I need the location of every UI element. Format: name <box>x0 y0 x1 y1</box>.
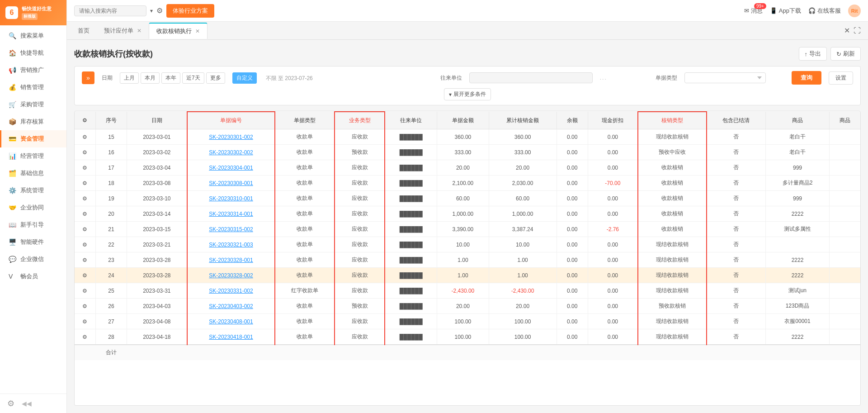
cell-unit: ██████ <box>385 268 437 283</box>
row-settings-icon[interactable]: ⚙ <box>82 303 87 309</box>
date-btn-近7天[interactable]: 近7天 <box>182 72 204 84</box>
sidebar-item-member[interactable]: V畅会员 <box>0 268 66 285</box>
cell-bill_no[interactable]: SK-20230408-001 <box>187 314 275 329</box>
sidebar-item-system[interactable]: ⚙️系统管理 <box>0 182 66 199</box>
cell-bill_no[interactable]: SK-20230418-001 <box>187 329 275 345</box>
tab-close-collection[interactable]: ✕ <box>195 28 200 34</box>
cell-bill_no[interactable]: SK-20230321-003 <box>187 237 275 252</box>
row-settings-icon[interactable]: ⚙ <box>82 195 87 202</box>
bill-no-link[interactable]: SK-20230315-002 <box>209 226 253 233</box>
cell-bill_no[interactable]: SK-20230310-001 <box>187 191 275 206</box>
cell-bill_no[interactable]: SK-20230308-001 <box>187 176 275 191</box>
tab-home[interactable]: 首页 <box>71 23 97 39</box>
cell-settings: ⚙ <box>75 206 95 222</box>
cell-discount: 0.00 <box>588 268 637 283</box>
cell-biz_type: 应收款 <box>335 160 385 176</box>
query-button[interactable]: 查询 <box>792 71 821 85</box>
filter-settings-button[interactable]: 设置 <box>829 71 853 85</box>
bill-no-link[interactable]: SK-20230308-001 <box>209 180 253 186</box>
bill-no-link[interactable]: SK-20230328-001 <box>209 257 253 263</box>
settings-footer-icon[interactable]: ⚙ <box>7 399 14 408</box>
row-settings-icon[interactable]: ⚙ <box>82 149 87 156</box>
dropdown-button[interactable]: ▾ <box>150 8 153 14</box>
bill-no-link[interactable]: SK-20230304-001 <box>209 165 253 171</box>
industry-button[interactable]: 体验行业方案 <box>166 4 214 18</box>
row-settings-icon[interactable]: ⚙ <box>82 211 87 217</box>
sidebar-item-inventory[interactable]: 📦库存核算 <box>0 113 66 130</box>
sidebar-item-operation[interactable]: 📊经营管理 <box>0 147 66 165</box>
row-settings-icon[interactable]: ⚙ <box>82 272 87 279</box>
row-settings-icon[interactable]: ⚙ <box>82 242 87 248</box>
user-avatar[interactable]: Rit <box>848 5 861 17</box>
filter-toggle[interactable]: » <box>82 71 94 84</box>
order-type-select[interactable] <box>684 72 766 83</box>
tab-expand-btn[interactable]: ⛶ <box>854 26 861 35</box>
row-settings-icon[interactable]: ⚙ <box>82 134 87 140</box>
cell-verify_type: 现结收款核销 <box>638 237 707 252</box>
tab-collection[interactable]: 收款核销执行✕ <box>149 23 208 39</box>
custom-date-btn[interactable]: 自定义 <box>232 72 257 84</box>
refresh-button[interactable]: ↻ 刷新 <box>830 47 861 61</box>
bill-no-link[interactable]: SK-20230418-001 <box>209 334 253 340</box>
bill-no-link[interactable]: SK-20230302-002 <box>209 149 253 156</box>
tab-close-btn[interactable]: ✕ <box>844 26 850 35</box>
cell-discount: 0.00 <box>588 206 637 222</box>
row-settings-icon[interactable]: ⚙ <box>82 180 87 186</box>
sidebar-item-purchase[interactable]: 🛒采购管理 <box>0 96 66 113</box>
date-btn-更多[interactable]: 更多 <box>206 72 225 84</box>
cell-bill_no[interactable]: SK-20230328-001 <box>187 252 275 268</box>
date-btn-本月[interactable]: 本月 <box>141 72 160 84</box>
date-btn-上月[interactable]: 上月 <box>120 72 139 84</box>
expand-icon: ▾ <box>449 91 452 98</box>
sidebar-item-shortcut[interactable]: 🏠快捷导航 <box>0 44 66 62</box>
gear-button[interactable]: ⚙ <box>156 6 163 15</box>
bill-no-link[interactable]: SK-20230314-001 <box>209 211 253 217</box>
row-settings-icon[interactable]: ⚙ <box>82 257 87 263</box>
bill-no-link[interactable]: SK-20230408-001 <box>209 318 253 325</box>
col-header-amount: 单据金额 <box>437 112 489 129</box>
sidebar-item-sales[interactable]: 💰销售管理 <box>0 79 66 96</box>
sidebar-footer: ⚙ ◀◀ <box>0 394 66 413</box>
bill-no-link[interactable]: SK-20230301-002 <box>209 134 253 140</box>
cell-bill_no[interactable]: SK-20230403-002 <box>187 299 275 314</box>
row-settings-icon[interactable]: ⚙ <box>82 288 87 294</box>
row-settings-icon[interactable]: ⚙ <box>82 318 87 325</box>
sidebar-item-basic[interactable]: 🗂️基础信息 <box>0 165 66 182</box>
tab-close-preorder[interactable]: ✕ <box>137 28 142 34</box>
unit-filter-input[interactable] <box>469 72 593 83</box>
expand-conditions-button[interactable]: ▾ 展开更多条件 <box>444 88 491 100</box>
sidebar-item-marketing[interactable]: 📢营销推广 <box>0 62 66 79</box>
cell-date: 2023-03-21 <box>127 237 187 252</box>
cell-bill_no[interactable]: SK-20230314-001 <box>187 206 275 222</box>
export-button[interactable]: ↑ 导出 <box>799 47 827 61</box>
cell-bill_no[interactable]: SK-20230304-001 <box>187 160 275 176</box>
cell-bill_no[interactable]: SK-20230328-002 <box>187 268 275 283</box>
row-settings-icon[interactable]: ⚙ <box>82 334 87 340</box>
bill-no-link[interactable]: SK-20230331-002 <box>209 288 253 294</box>
cell-bill_no[interactable]: SK-20230315-002 <box>187 222 275 237</box>
bill-no-link[interactable]: SK-20230310-001 <box>209 195 253 202</box>
online-service-button[interactable]: 🎧 在线客服 <box>808 7 841 15</box>
row-settings-icon[interactable]: ⚙ <box>82 226 87 233</box>
sidebar-item-corp[interactable]: 🤝企业协同 <box>0 199 66 216</box>
sidebar-item-hardware[interactable]: 🖥️智能硬件 <box>0 233 66 251</box>
sidebar-item-wechat[interactable]: 💬企业微信 <box>0 251 66 268</box>
cell-bill_no[interactable]: SK-20230301-002 <box>187 129 275 145</box>
tab-preorder[interactable]: 预计应付单✕ <box>97 23 149 39</box>
sidebar-item-guide[interactable]: 📖新手引导 <box>0 216 66 233</box>
collapse-icon[interactable]: ◀◀ <box>22 400 32 407</box>
message-button[interactable]: ✉ 消息 99+ <box>744 7 763 15</box>
bill-no-link[interactable]: SK-20230321-003 <box>209 242 253 248</box>
cell-balance: 0.00 <box>557 299 588 314</box>
row-settings-icon[interactable]: ⚙ <box>82 165 87 171</box>
date-btn-本年[interactable]: 本年 <box>161 72 180 84</box>
search-input[interactable] <box>74 5 146 16</box>
cell-bill_no[interactable]: SK-20230331-002 <box>187 283 275 299</box>
cell-discount: 0.00 <box>588 299 637 314</box>
bill-no-link[interactable]: SK-20230403-002 <box>209 303 253 309</box>
sidebar-item-search[interactable]: 🔍搜索菜单 <box>0 27 66 44</box>
bill-no-link[interactable]: SK-20230328-002 <box>209 272 253 279</box>
app-download-button[interactable]: 📱 App下载 <box>770 7 801 15</box>
sidebar-item-finance[interactable]: 💳资金管理 <box>0 130 66 147</box>
cell-bill_no[interactable]: SK-20230302-002 <box>187 145 275 160</box>
